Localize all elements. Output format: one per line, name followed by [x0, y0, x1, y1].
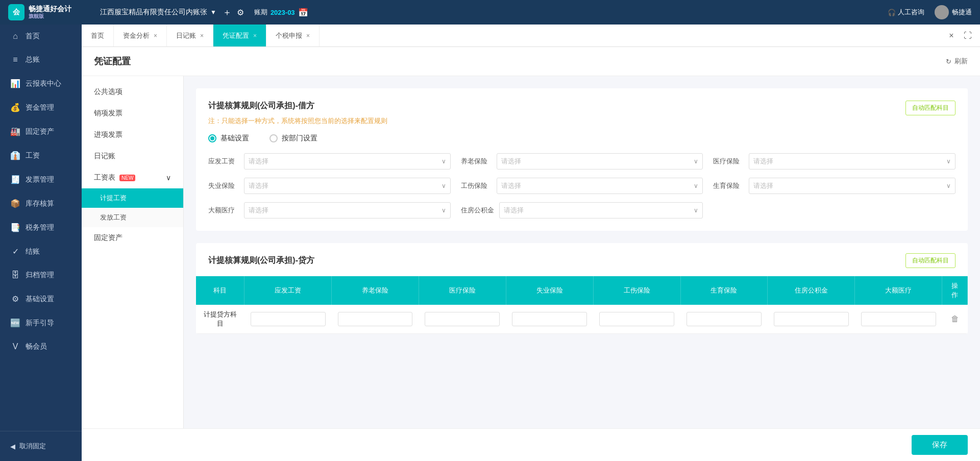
medical-select[interactable]: 请选择 ∨ [749, 153, 955, 169]
nav-journal[interactable]: 日记账 [82, 145, 183, 167]
delete-row-btn[interactable]: 🗑 [951, 314, 959, 323]
sidebar-item-closing[interactable]: ✓ 结账 [0, 239, 82, 263]
sidebar-label-vip: 畅会员 [26, 342, 47, 351]
refresh-label: 刷新 [954, 57, 968, 66]
cell-unemployment[interactable] [506, 305, 593, 334]
cell-housing-fund[interactable] [768, 305, 855, 334]
credit-table-header: 科目 应发工资 养老保险 医疗保险 失业保险 工伤保险 生育保险 住房公积金 大… [196, 276, 968, 305]
expand-tab-btn[interactable]: ⛶ [961, 29, 975, 43]
sidebar-item-ledger[interactable]: ≡ 总账 [0, 48, 82, 71]
medical-label: 医疗保险 [713, 157, 744, 166]
cell-payroll[interactable] [244, 305, 332, 334]
col-subject: 科目 [196, 276, 244, 305]
housing-fund-select[interactable]: 请选择 ∨ [499, 202, 703, 219]
nav-fixed-assets[interactable]: 固定资产 [82, 227, 183, 249]
cancel-fixed-btn[interactable]: ◀ 取消固定 [0, 436, 82, 456]
cell-action: 🗑 [942, 305, 968, 334]
cell-medical[interactable] [419, 305, 506, 334]
tab-capital-close[interactable]: × [154, 32, 157, 39]
sidebar-item-reports[interactable]: 📊 云报表中心 [0, 71, 82, 95]
cell-pension[interactable] [332, 305, 419, 334]
maternity-label: 生育保险 [713, 181, 744, 190]
input-work-injury[interactable] [599, 312, 674, 326]
app-edition: 旗舰版 [29, 13, 71, 20]
sidebar-item-fixed-assets[interactable]: 🏭 固定资产 [0, 119, 82, 143]
sidebar-item-guide[interactable]: 🆕 新手引导 [0, 311, 82, 335]
sidebar-item-invoice[interactable]: 🧾 发票管理 [0, 167, 82, 191]
input-medical[interactable] [425, 312, 500, 326]
debit-auto-match-btn[interactable]: 自动匹配科目 [905, 101, 955, 115]
calendar-icon[interactable]: 📅 [298, 8, 308, 17]
save-button[interactable]: 保存 [912, 435, 968, 455]
sidebar-label-archive: 归档管理 [26, 271, 54, 280]
tab-journal-close[interactable]: × [200, 32, 204, 39]
cell-work-injury[interactable] [593, 305, 680, 334]
input-unemployment[interactable] [512, 312, 587, 326]
salary-table-sub: 计提工资 发放工资 [82, 188, 183, 227]
tab-voucher-close[interactable]: × [253, 32, 257, 39]
tab-capital-label: 资金分析 [123, 31, 150, 40]
col-work-injury: 工伤保险 [593, 276, 680, 305]
debit-form-grid: 应发工资 请选择 ∨ 养老保险 请选择 ∨ [208, 153, 955, 219]
tab-tax-report-close[interactable]: × [306, 32, 310, 39]
tab-tax-report[interactable]: 个税申报 × [266, 25, 320, 46]
help-btn[interactable]: 🎧 人工咨询 [888, 8, 924, 17]
col-housing-fund: 住房公积金 [768, 276, 855, 305]
pension-select[interactable]: 请选择 ∨ [497, 153, 703, 169]
input-maternity[interactable] [687, 312, 762, 326]
unemployment-select[interactable]: 请选择 ∨ [244, 178, 451, 194]
input-pension[interactable] [338, 312, 413, 326]
inventory-icon: 📦 [10, 199, 20, 208]
nav-salary-table[interactable]: 工资表 NEW ∨ [82, 167, 183, 188]
credit-auto-match-btn[interactable]: 自动匹配科目 [905, 253, 955, 268]
sidebar-item-capital[interactable]: 💰 资金管理 [0, 95, 82, 119]
tab-voucher[interactable]: 凭证配置 × [213, 25, 266, 46]
input-large-medical[interactable] [861, 312, 936, 326]
large-medical-label: 大额医疗 [208, 206, 239, 215]
radio-basic[interactable]: 基础设置 [208, 134, 249, 143]
nav-sales[interactable]: 销项发票 [82, 103, 183, 124]
sidebar-item-salary[interactable]: 👔 工资 [0, 143, 82, 167]
tab-home[interactable]: 首页 [82, 25, 114, 46]
cancel-fixed-label: 取消固定 [19, 442, 46, 451]
pension-label: 养老保险 [461, 157, 492, 166]
sidebar-label-capital: 资金管理 [26, 103, 54, 112]
radio-by-dept[interactable]: 按部门设置 [270, 134, 317, 143]
nav-payroll-calc[interactable]: 计提工资 [82, 188, 183, 208]
form-pension: 养老保险 请选择 ∨ [461, 153, 703, 169]
page-title: 凭证配置 [94, 55, 131, 67]
col-maternity: 生育保险 [680, 276, 768, 305]
settings-icon[interactable]: ⚙ [237, 8, 244, 17]
cell-large-medical[interactable] [855, 305, 942, 334]
sidebar-item-inventory[interactable]: 📦 库存核算 [0, 191, 82, 215]
nav-purchase[interactable]: 进项发票 [82, 124, 183, 145]
nav-payroll-issue[interactable]: 发放工资 [82, 208, 183, 227]
maternity-select[interactable]: 请选择 ∨ [749, 178, 955, 194]
vip-icon: V [10, 342, 20, 351]
new-badge: NEW [119, 175, 135, 181]
input-payroll[interactable] [251, 312, 326, 326]
company-selector[interactable]: 江西服宝精品有限责任公司内账张 ▼ ＋ ⚙ [100, 6, 244, 18]
nav-public[interactable]: 公共选项 [82, 81, 183, 103]
expand-icon: ∨ [166, 174, 171, 182]
sidebar-item-tax[interactable]: 📑 税务管理 [0, 215, 82, 239]
work-injury-select[interactable]: 请选择 ∨ [497, 178, 703, 194]
input-housing-fund[interactable] [774, 312, 849, 326]
sidebar-item-home[interactable]: ⌂ 首页 [0, 25, 82, 48]
sidebar-item-vip[interactable]: V 畅会员 [0, 335, 82, 358]
tab-capital[interactable]: 资金分析 × [114, 25, 167, 46]
sidebar-label-home: 首页 [26, 32, 40, 41]
payroll-select[interactable]: 请选择 ∨ [244, 153, 451, 169]
sidebar-item-settings[interactable]: ⚙ 基础设置 [0, 287, 82, 311]
sidebar-item-archive[interactable]: 🗄 归档管理 [0, 263, 82, 287]
sidebar-label-tax: 税务管理 [26, 223, 54, 232]
tab-journal[interactable]: 日记账 × [167, 25, 213, 46]
large-medical-select[interactable]: 请选择 ∨ [244, 202, 451, 219]
close-tab-btn[interactable]: × [944, 29, 959, 43]
salary-icon: 👔 [10, 151, 20, 160]
tax-icon: 📑 [10, 223, 20, 232]
cell-maternity[interactable] [680, 305, 768, 334]
refresh-button[interactable]: ↻ 刷新 [946, 57, 968, 66]
add-company-icon[interactable]: ＋ [223, 6, 232, 18]
user-info[interactable]: 畅捷通 [935, 5, 972, 19]
